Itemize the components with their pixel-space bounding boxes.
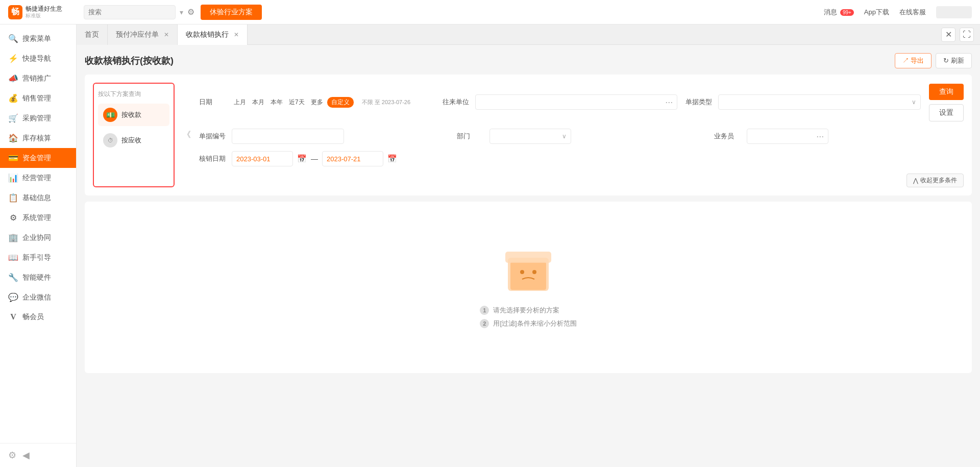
salesperson-dots[interactable]: ··· [816, 131, 824, 142]
settings-bottom-icon[interactable]: ⚙ [8, 450, 16, 461]
logo-icon: 畅 [8, 5, 22, 19]
settings-button[interactable]: 设置 [929, 104, 964, 121]
sidebar-item-finance[interactable]: 💳 资金管理 [0, 148, 76, 168]
hint-2-text: 用[过滤]条件来缩小分析范围 [493, 319, 576, 328]
main: 首页 预付冲应付单 ✕ 收款核销执行 ✕ ✕ ⛶ [77, 24, 980, 467]
tab-prepay[interactable]: 预付冲应付单 ✕ [108, 24, 178, 45]
export-button[interactable]: ↗ 导出 [895, 53, 932, 68]
filter-row-2: 单据编号 部门 ∨ 业务员 [199, 129, 964, 144]
sidebar-item-enterprise[interactable]: 🏢 企业协同 [0, 228, 76, 248]
sidebar-item-hardware[interactable]: 🔧 智能硬件 [0, 267, 76, 287]
sidebar-item-label: 资金管理 [22, 154, 51, 163]
filter-dept-select[interactable]: ∨ [489, 129, 571, 144]
date-separator: — [311, 155, 318, 163]
collapse-conditions-btn[interactable]: ⋀ 收起更多条件 [906, 174, 964, 187]
sidebar-item-operation[interactable]: 📊 经营管理 [0, 168, 76, 188]
dept-chevron[interactable]: ∨ [562, 133, 567, 140]
finance-icon: 💳 [8, 153, 18, 163]
filter-docno-input[interactable] [232, 129, 344, 144]
filter-option-receipt-label: 按收款 [121, 110, 141, 119]
sidebar-item-system[interactable]: ⚙ 系统管理 [0, 208, 76, 228]
filter-row-3: 核销日期 📅 — 📅 [199, 151, 964, 166]
sidebar-item-label: 搜索菜单 [22, 34, 51, 43]
filter-collapse-arrow[interactable]: 《 [181, 83, 193, 187]
sidebar-item-label: 企业协同 [22, 233, 51, 242]
page-title: 收款核销执行(按收款) [85, 55, 174, 67]
date-shortcut-this-month[interactable]: 本月 [250, 97, 266, 108]
search-input[interactable] [84, 5, 176, 19]
cal-start-icon[interactable]: 📅 [297, 154, 307, 163]
sidebar-item-search-menu[interactable]: 🔍 搜索菜单 [0, 29, 76, 48]
sidebar-item-label: 快捷导航 [22, 54, 51, 63]
collapse-icon: ⋀ [913, 177, 918, 184]
tab-receivable-close[interactable]: ✕ [234, 31, 239, 38]
date-shortcut-more[interactable]: 更多 [309, 97, 325, 108]
tab-actions: ✕ ⛶ [941, 28, 980, 42]
page-header: 收款核销执行(按收款) ↗ 导出 ↻ 刷新 [85, 53, 972, 68]
filter-date-label: 日期 [199, 97, 228, 107]
collapse-sidebar-icon[interactable]: ◀ [22, 450, 30, 461]
verify-date-end[interactable] [322, 151, 383, 166]
sidebar-item-quick-nav[interactable]: ⚡ 快捷导航 [0, 48, 76, 68]
filter-salesperson-group: 业务员 ··· [714, 129, 964, 144]
filter-counterpart-select[interactable]: ··· [475, 94, 678, 110]
tab-prepay-label: 预付冲应付单 [116, 30, 159, 39]
close-all-tab-btn[interactable]: ✕ [941, 28, 955, 42]
filter-option-receipt[interactable]: 💵 按收款 [98, 104, 169, 126]
sidebar-item-wechat[interactable]: 💬 企业微信 [0, 287, 76, 307]
filter-verifydate-label: 核销日期 [199, 154, 228, 163]
empty-hint-1: 1 请先选择要分析的方案 [480, 306, 576, 315]
filter-option-receivable[interactable]: ⏱ 按应收 [98, 129, 169, 152]
filter-salesperson-select[interactable]: ··· [747, 129, 828, 144]
sidebar-item-label: 经营管理 [22, 174, 51, 183]
sidebar-item-guide[interactable]: 📖 新手引导 [0, 248, 76, 267]
verify-date-start[interactable] [232, 151, 293, 166]
date-custom-btn[interactable]: 自定义 [327, 97, 354, 108]
refresh-button[interactable]: ↻ 刷新 [936, 53, 972, 68]
expand-tab-btn[interactable]: ⛶ [960, 28, 974, 42]
cal-end-icon[interactable]: 📅 [387, 154, 397, 163]
page-actions: ↗ 导出 ↻ 刷新 [895, 53, 972, 68]
sidebar-item-marketing[interactable]: 📣 营销推广 [0, 68, 76, 88]
chevron-down-icon[interactable]: ▾ [180, 8, 183, 16]
enterprise-icon: 🏢 [8, 233, 18, 242]
app-download-link[interactable]: App下载 [864, 8, 889, 17]
sidebar-item-inventory[interactable]: 🏠 库存核算 [0, 128, 76, 148]
online-service-link[interactable]: 在线客服 [899, 8, 926, 17]
sidebar-item-vip[interactable]: V 畅会员 [0, 307, 76, 327]
date-shortcut-this-year[interactable]: 本年 [268, 97, 285, 108]
sidebar-bottom: ⚙ ◀ [0, 443, 76, 467]
tab-prepay-close[interactable]: ✕ [164, 31, 169, 38]
tab-receivable[interactable]: 收款核销执行 ✕ [178, 24, 248, 45]
filter-verify-date-range: 📅 — 📅 [232, 151, 964, 166]
date-shortcut-7days[interactable]: 近7天 [287, 97, 307, 108]
sidebar-item-basic-info[interactable]: 📋 基础信息 [0, 188, 76, 208]
svg-point-3 [520, 270, 524, 274]
sidebar-item-purchase[interactable]: 🛒 采购管理 [0, 108, 76, 128]
doctype-chevron[interactable]: ∨ [912, 99, 916, 106]
filter-counterpart-label: 往来单位 [443, 97, 471, 107]
operation-icon: 📊 [8, 173, 18, 183]
date-shortcut-last-month[interactable]: 上月 [232, 97, 248, 108]
counterpart-dots[interactable]: ··· [665, 97, 673, 108]
page-content: 收款核销执行(按收款) ↗ 导出 ↻ 刷新 按以下方案查询 [77, 45, 980, 467]
filter-dept-label: 部门 [457, 132, 485, 141]
industry-btn[interactable]: 休验行业方案 [201, 5, 262, 20]
sidebar-item-sales[interactable]: 💰 销售管理 [0, 88, 76, 108]
date-shortcuts: 上月 本月 本年 近7天 更多 自定义 [232, 97, 354, 108]
message-badge: 99+ [840, 9, 854, 16]
sidebar-item-label: 企业微信 [22, 293, 51, 302]
user-avatar[interactable] [936, 6, 972, 18]
query-button[interactable]: 查询 [929, 84, 964, 100]
tab-home[interactable]: 首页 [77, 24, 108, 45]
refresh-label: 刷新 [951, 57, 964, 64]
svg-rect-2 [505, 252, 551, 263]
filter-form: 日期 上月 本月 本年 近7天 更多 自定义 不限 至 2023-07-26 [199, 83, 964, 187]
message-link[interactable]: 消息 99+ [824, 8, 854, 17]
filter-verifydate-group: 核销日期 📅 — 📅 [199, 151, 964, 166]
empty-hints: 1 请先选择要分析的方案 2 用[过滤]条件来缩小分析范围 [480, 306, 576, 332]
tab-receivable-label: 收款核销执行 [186, 30, 229, 39]
settings-icon[interactable]: ⚙ [187, 7, 194, 17]
filter-row-1: 日期 上月 本月 本年 近7天 更多 自定义 不限 至 2023-07-26 [199, 83, 964, 121]
filter-doctype-select[interactable]: ∨ [718, 94, 921, 110]
